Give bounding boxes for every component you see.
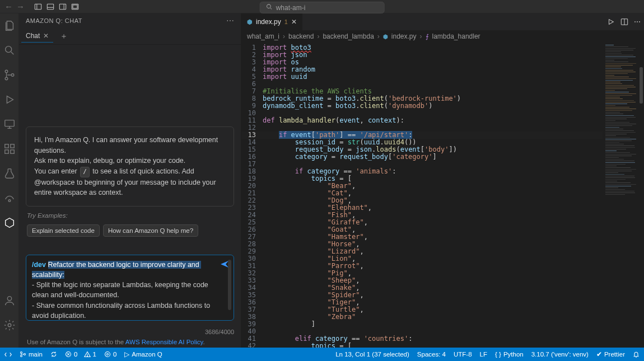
char-count: 3686/4000 <box>26 329 234 335</box>
svg-rect-21 <box>4 150 8 153</box>
example-explain-button[interactable]: Explain selected code <box>27 224 100 237</box>
chat-tab[interactable]: Chat ✕ <box>21 30 53 43</box>
editor-area: ⬢ index.py 1 ✕ ⋯ what_am_i› backend› bac… <box>241 13 644 348</box>
amazon-q-chat-panel: AMAZON Q: CHAT ⋯ Chat ✕ ＋ Hi, I'm Amazon… <box>19 13 241 348</box>
svg-point-27 <box>8 324 11 327</box>
amazon-q-icon[interactable] <box>3 216 16 229</box>
code-editor[interactable]: 1import boto32import json3import os4impo… <box>241 43 603 348</box>
svg-marker-28 <box>609 20 614 25</box>
svg-marker-25 <box>5 218 13 228</box>
svg-rect-19 <box>4 144 8 148</box>
svg-rect-16 <box>4 120 14 126</box>
svg-point-39 <box>105 352 110 357</box>
status-spaces[interactable]: Spaces: 4 <box>417 351 446 358</box>
remote-explorer-icon[interactable] <box>3 118 16 131</box>
svg-rect-6 <box>59 4 66 10</box>
status-language[interactable]: { } Python <box>495 351 524 358</box>
layout-panel-icon[interactable] <box>71 2 80 11</box>
panel-more-icon[interactable]: ⋯ <box>226 16 235 25</box>
minimap[interactable] <box>603 43 644 348</box>
panel-title: AMAZON Q: CHAT <box>26 17 82 24</box>
svg-point-24 <box>8 200 11 202</box>
svg-line-1 <box>270 8 272 9</box>
settings-gear-icon[interactable] <box>3 318 16 332</box>
chat-input-content: /dev Refactor the backend logic to impro… <box>32 260 218 321</box>
status-bell-icon[interactable] <box>633 351 640 358</box>
status-python-env[interactable]: 3.10.7 ('venv': venv) <box>531 351 589 358</box>
status-ports[interactable]: 0 <box>104 351 116 358</box>
status-eol[interactable]: LF <box>480 351 487 358</box>
example-help-button[interactable]: How can Amazon Q help me? <box>103 224 198 237</box>
svg-point-32 <box>21 355 22 357</box>
account-icon[interactable] <box>3 294 16 307</box>
search-icon <box>266 3 273 12</box>
slash-key-badge: / <box>80 167 90 177</box>
svg-point-14 <box>11 74 14 77</box>
svg-rect-9 <box>73 4 77 8</box>
split-editor-icon[interactable] <box>620 18 628 26</box>
remote-indicator[interactable] <box>4 351 12 358</box>
svg-point-40 <box>106 354 108 355</box>
intro-card: Hi, I'm Amazon Q. I can answer your soft… <box>26 126 234 207</box>
status-problems[interactable]: 0 1 <box>65 351 96 358</box>
svg-rect-22 <box>10 150 13 153</box>
examples-label: Try Examples: <box>26 212 234 219</box>
function-icon: ⨍ <box>426 33 429 40</box>
python-file-icon: ⬢ <box>247 18 253 26</box>
chat-tab-label: Chat <box>26 32 40 40</box>
activity-bar <box>0 13 19 348</box>
status-encoding[interactable]: UTF-8 <box>454 351 472 358</box>
status-prettier[interactable]: ✔ Prettier <box>596 350 625 358</box>
policy-text: Use of Amazon Q is subject to the AWS Re… <box>19 339 241 348</box>
status-sync[interactable] <box>50 351 57 358</box>
status-bar: main 0 1 0 ▷ Amazon Q Ln 13, Col 1 (37 s… <box>0 348 644 361</box>
svg-point-33 <box>24 354 26 355</box>
layout-left-icon[interactable] <box>34 2 43 11</box>
run-debug-icon[interactable] <box>3 93 16 106</box>
run-file-icon[interactable] <box>607 18 615 26</box>
status-branch[interactable]: main <box>20 351 43 358</box>
svg-rect-2 <box>35 4 41 10</box>
intro-line2: Ask me to explain, debug, or optimize yo… <box>34 156 226 166</box>
activity-search-icon[interactable] <box>3 44 16 57</box>
svg-rect-4 <box>47 4 53 10</box>
title-bar: ← → what-am-i <box>0 0 644 13</box>
svg-point-0 <box>267 4 271 8</box>
editor-tab-index[interactable]: ⬢ index.py 1 ✕ <box>241 13 303 30</box>
forward-arrow-icon[interactable]: → <box>16 2 25 11</box>
svg-point-38 <box>87 356 87 357</box>
command-center-search[interactable]: what-am-i <box>260 2 385 13</box>
layout-bottom-icon[interactable] <box>46 2 55 11</box>
svg-point-13 <box>5 77 8 80</box>
svg-point-26 <box>7 297 11 301</box>
svg-rect-20 <box>10 144 13 148</box>
chat-tab-close-icon[interactable]: ✕ <box>43 32 49 40</box>
intro-line1: Hi, I'm Amazon Q. I can answer your soft… <box>34 135 226 156</box>
breadcrumbs[interactable]: what_am_i› backend› backend_lambda› ⬢ in… <box>241 30 644 43</box>
svg-marker-15 <box>7 96 13 104</box>
files-icon[interactable] <box>3 19 16 32</box>
py-file-icon: ⬢ <box>383 34 388 40</box>
svg-point-12 <box>5 70 8 73</box>
command-center-text: what-am-i <box>276 4 306 12</box>
policy-link[interactable]: AWS Responsible AI Policy <box>125 339 203 345</box>
layout-right-icon[interactable] <box>58 2 67 11</box>
tab-close-icon[interactable]: ✕ <box>291 18 297 26</box>
status-selection[interactable]: Ln 13, Col 1 (37 selected) <box>335 351 409 358</box>
new-chat-tab-button[interactable]: ＋ <box>55 29 72 44</box>
intro-line3: You can enter / to see a list of quick a… <box>34 166 226 198</box>
status-amazonq[interactable]: ▷ Amazon Q <box>124 350 162 358</box>
back-arrow-icon[interactable]: ← <box>4 2 13 11</box>
extensions-icon[interactable] <box>3 142 16 156</box>
svg-point-10 <box>5 46 11 53</box>
live-share-icon[interactable] <box>3 191 16 205</box>
svg-line-11 <box>11 52 13 55</box>
chat-input[interactable]: /dev Refactor the backend logic to impro… <box>26 255 234 321</box>
svg-point-31 <box>21 352 22 354</box>
source-control-icon[interactable] <box>3 68 16 82</box>
chat-input-scrollbar[interactable] <box>228 260 231 310</box>
testing-icon[interactable] <box>3 167 16 180</box>
editor-more-icon[interactable]: ⋯ <box>634 18 641 26</box>
